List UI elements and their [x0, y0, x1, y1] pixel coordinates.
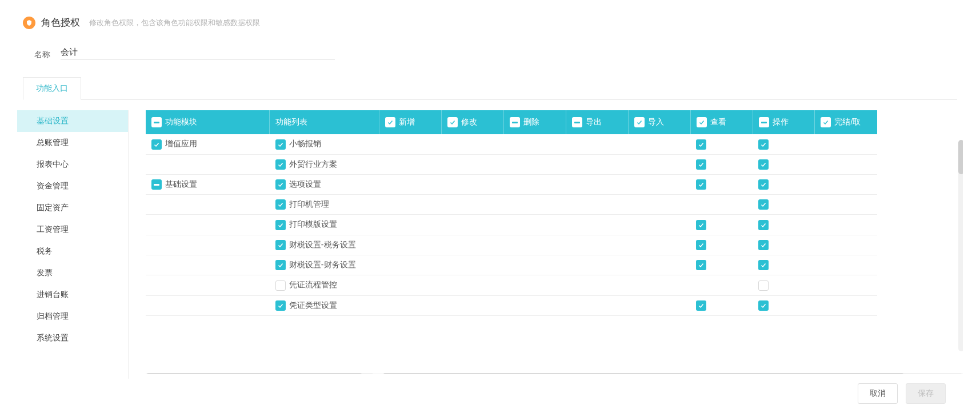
table-row: 财税设置-税务设置 [146, 235, 877, 255]
cell-perm-7 [815, 215, 877, 235]
checkbox[interactable] [275, 179, 286, 190]
cell-perm-1 [441, 275, 503, 295]
checkbox[interactable] [572, 117, 582, 127]
checkbox[interactable] [385, 117, 395, 127]
cell-perm-5 [690, 154, 753, 174]
cell-perm-6 [753, 235, 815, 255]
sidebar-item-8[interactable]: 进销台账 [17, 284, 128, 306]
cell-perm-0 [379, 295, 442, 315]
cell-module [146, 215, 270, 235]
cell-perm-2 [503, 174, 566, 194]
cell-perm-7 [815, 154, 877, 174]
cell-module [146, 235, 270, 255]
sidebar-item-4[interactable]: 固定资产 [17, 197, 128, 219]
cell-perm-1 [441, 255, 503, 275]
sidebar-item-1[interactable]: 总账管理 [17, 132, 128, 154]
cell-perm-4 [628, 235, 690, 255]
col-header-label: 查看 [710, 117, 726, 126]
tab-function-entry[interactable]: 功能入口 [23, 77, 81, 100]
checkbox[interactable] [696, 139, 706, 150]
checkbox[interactable] [758, 199, 769, 210]
cell-func: 打印模版设置 [270, 215, 379, 235]
checkbox[interactable] [447, 117, 458, 127]
save-button[interactable]: 保存 [906, 383, 946, 404]
checkbox[interactable] [275, 300, 286, 311]
cell-perm-6 [753, 195, 815, 215]
checkbox[interactable] [275, 240, 286, 250]
sidebar-item-10[interactable]: 系统设置 [17, 327, 128, 349]
checkbox[interactable] [151, 179, 162, 190]
cell-perm-3 [566, 275, 628, 295]
sidebar-item-3[interactable]: 资金管理 [17, 175, 128, 197]
checkbox[interactable] [696, 240, 706, 250]
col-header-label: 导出 [586, 117, 602, 126]
checkbox[interactable] [275, 139, 286, 150]
col-header-9: 完结/取 [815, 110, 877, 134]
table-row: 打印机管理 [146, 195, 877, 215]
checkbox[interactable] [758, 280, 769, 291]
sidebar-item-2[interactable]: 报表中心 [17, 154, 128, 175]
checkbox[interactable] [697, 117, 707, 127]
vertical-scrollbar-thumb[interactable] [958, 140, 963, 174]
checkbox[interactable] [510, 117, 520, 127]
col-header-label: 导入 [648, 117, 664, 126]
checkbox[interactable] [696, 220, 706, 230]
checkbox[interactable] [151, 139, 162, 150]
checkbox[interactable] [758, 159, 769, 170]
checkbox[interactable] [696, 300, 706, 311]
checkbox[interactable] [821, 117, 831, 127]
func-label: 财税设置-财务设置 [289, 260, 356, 269]
checkbox[interactable] [759, 117, 769, 127]
func-label: 凭证流程管控 [289, 280, 337, 289]
cell-perm-0 [379, 215, 442, 235]
checkbox[interactable] [696, 179, 706, 190]
shield-icon [23, 17, 35, 29]
cell-perm-3 [566, 174, 628, 194]
cell-module [146, 275, 270, 295]
cell-perm-1 [441, 134, 503, 154]
checkbox[interactable] [696, 159, 706, 170]
sidebar-item-6[interactable]: 税务 [17, 240, 128, 262]
sidebar-item-9[interactable]: 归档管理 [17, 306, 128, 327]
col-header-8: 操作 [753, 110, 815, 134]
cell-func: 小畅报销 [270, 134, 379, 154]
checkbox[interactable] [275, 220, 286, 230]
cell-perm-1 [441, 235, 503, 255]
cell-perm-7 [815, 295, 877, 315]
checkbox[interactable] [758, 179, 769, 190]
page-title: 角色授权 [41, 16, 80, 29]
sidebar-item-5[interactable]: 工资管理 [17, 219, 128, 240]
cell-perm-5 [690, 134, 753, 154]
cell-perm-1 [441, 295, 503, 315]
col-header-2: 新增 [379, 110, 442, 134]
checkbox[interactable] [275, 159, 286, 170]
vertical-scrollbar[interactable] [958, 140, 963, 351]
checkbox[interactable] [758, 260, 769, 270]
sidebar-item-7[interactable]: 发票 [17, 262, 128, 284]
cancel-button[interactable]: 取消 [858, 383, 898, 404]
sidebar: 基础设置总账管理报表中心资金管理固定资产工资管理税务发票进销台账归档管理系统设置 [17, 110, 129, 379]
checkbox[interactable] [758, 300, 769, 311]
checkbox[interactable] [275, 280, 286, 291]
cell-perm-2 [503, 215, 566, 235]
func-label: 小畅报销 [289, 139, 321, 148]
checkbox[interactable] [275, 260, 286, 270]
checkbox[interactable] [275, 199, 286, 210]
checkbox[interactable] [151, 117, 162, 127]
checkbox[interactable] [758, 220, 769, 230]
cell-perm-4 [628, 255, 690, 275]
name-input[interactable] [61, 45, 335, 60]
col-header-label: 功能列表 [275, 117, 307, 126]
permission-table: 功能模块功能列表新增修改删除导出导入查看操作完结/取 增值应用小畅报销外贸行业方… [146, 110, 877, 316]
cell-perm-6 [753, 174, 815, 194]
checkbox[interactable] [758, 139, 769, 150]
sidebar-item-0[interactable]: 基础设置 [17, 110, 128, 132]
cell-perm-5 [690, 295, 753, 315]
table-row: 凭证流程管控 [146, 275, 877, 295]
checkbox[interactable] [634, 117, 645, 127]
checkbox[interactable] [758, 240, 769, 250]
checkbox[interactable] [696, 260, 706, 270]
page-header: 角色授权 修改角色权限，包含该角色功能权限和敏感数据权限 [0, 0, 980, 35]
cell-perm-1 [441, 215, 503, 235]
cell-perm-6 [753, 295, 815, 315]
